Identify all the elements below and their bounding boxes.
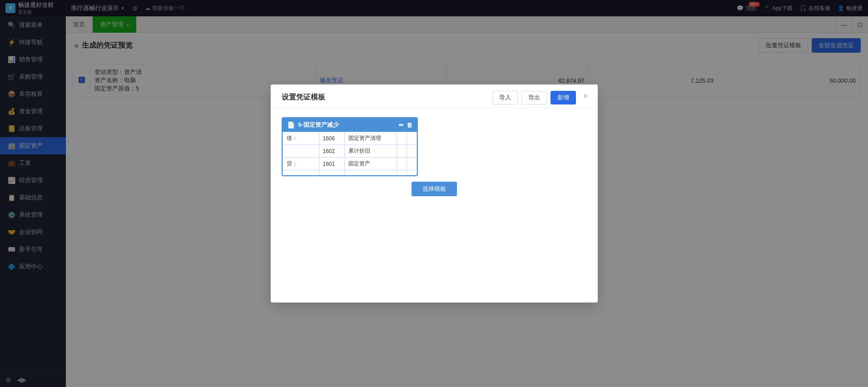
template-row-0: 借： 1606 固定资产清理 (283, 132, 417, 145)
entry-col2-1 (407, 145, 417, 158)
entry-col1-2 (397, 158, 407, 170)
entry-col1-3 (397, 170, 407, 175)
entry-code-1: 1602 (319, 145, 344, 158)
template-edit-btn[interactable]: ✏ (399, 122, 404, 129)
template-entries-table: 借： 1606 固定资产清理 1602 累计折旧 (283, 132, 417, 175)
entry-side-2: 贷： (283, 158, 319, 170)
entry-col1-1 (397, 145, 407, 158)
entry-side-1 (283, 145, 319, 158)
entry-col2-2 (407, 158, 417, 170)
template-list: 📄 5-固定资产减少 ✏ 🗑 借： 1606 固定资产清理 (282, 117, 587, 176)
entry-col2-0 (407, 132, 417, 145)
entry-code-3 (319, 170, 344, 175)
template-actions: ✏ 🗑 (399, 122, 412, 129)
select-template-area: 选择模板 (282, 182, 587, 196)
entry-code-2: 1601 (319, 158, 344, 170)
entry-col2-3 (407, 170, 417, 175)
modal-toolbar: 导入 导出 新增 (492, 91, 576, 104)
entry-side-0: 借： (283, 132, 319, 145)
entry-name-0: 固定资产清理 (344, 132, 397, 145)
modal-close-btn[interactable]: × (580, 91, 591, 102)
entry-side-3 (283, 170, 319, 175)
template-row-1: 1602 累计折旧 (283, 145, 417, 158)
new-btn[interactable]: 新增 (551, 91, 576, 104)
entry-col1-0 (397, 132, 407, 145)
modal: 设置凭证模板 导入 导出 新增 × 📄 5-固定资产减少 ✏ 🗑 (271, 84, 598, 303)
modal-body: 📄 5-固定资产减少 ✏ 🗑 借： 1606 固定资产清理 (271, 108, 598, 205)
template-delete-btn[interactable]: 🗑 (407, 122, 412, 129)
entry-name-2: 固定资产 (344, 158, 397, 170)
template-header-label: 5-固定资产减少 (298, 121, 339, 129)
modal-overlay: 设置凭证模板 导入 导出 新增 × 📄 5-固定资产减少 ✏ 🗑 (0, 0, 868, 387)
entry-name-1: 累计折旧 (344, 145, 397, 158)
modal-header: 设置凭证模板 导入 导出 新增 × (271, 84, 598, 108)
entry-name-3 (344, 170, 397, 175)
import-btn[interactable]: 导入 (492, 91, 518, 104)
template-card-header: 📄 5-固定资产减少 ✏ 🗑 (283, 118, 417, 132)
entry-code-0: 1606 (319, 132, 344, 145)
template-file-icon: 📄 (287, 121, 295, 129)
export-btn[interactable]: 导出 (521, 91, 547, 104)
template-row-2: 贷： 1601 固定资产 (283, 158, 417, 170)
template-row-3 (283, 170, 417, 175)
select-template-btn[interactable]: 选择模板 (412, 182, 457, 196)
template-card: 📄 5-固定资产减少 ✏ 🗑 借： 1606 固定资产清理 (282, 117, 418, 176)
